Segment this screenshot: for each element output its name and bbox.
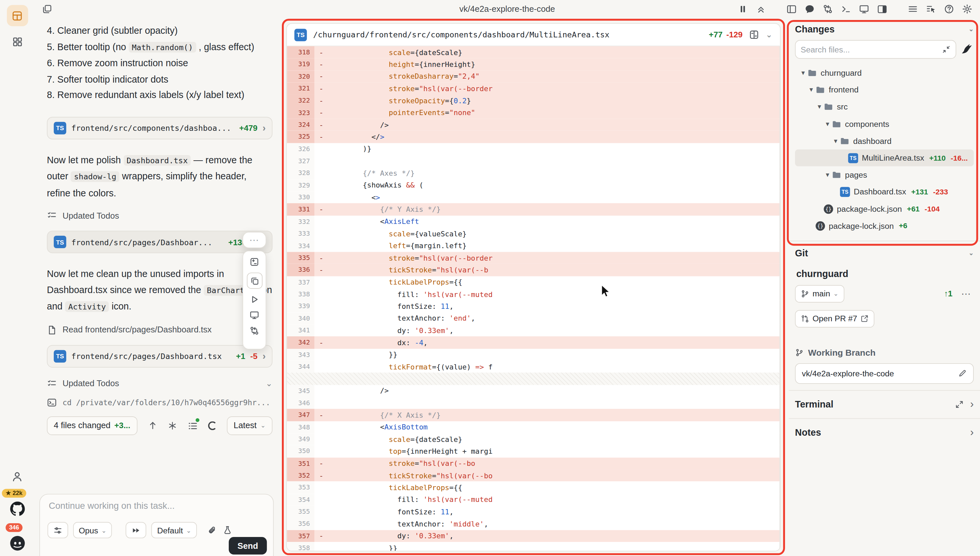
chevron-down-icon[interactable]: ⌄ — [969, 26, 974, 32]
github-icon[interactable] — [6, 498, 28, 519]
updated-todos-row[interactable]: Updated Todos — [47, 211, 272, 221]
file-search[interactable] — [795, 40, 956, 59]
settings-icon[interactable] — [962, 3, 972, 14]
collapse-up-icon[interactable] — [756, 3, 766, 14]
search-input[interactable] — [801, 45, 938, 54]
code-text: </> — [328, 133, 780, 141]
account-button[interactable] — [6, 466, 28, 488]
tree-file-package-lock.json[interactable]: {}package-lock.json+6 — [795, 217, 974, 234]
code-text: strokeDasharray="2,4" — [328, 72, 780, 81]
todo-status-icon[interactable] — [187, 420, 198, 431]
board-view-button[interactable] — [6, 31, 28, 52]
git-compare-icon[interactable] — [822, 3, 833, 14]
diff-header: TS /churnguard/frontend/src/components/d… — [287, 24, 780, 46]
flask-icon[interactable] — [223, 525, 233, 535]
file-change-chip-dashboard-components[interactable]: TS frontend/src/components/dashboa... +4… — [47, 117, 272, 139]
pull-request-icon — [801, 314, 810, 323]
bird-icon[interactable] — [961, 43, 974, 56]
workspace-grid-button[interactable] — [6, 5, 28, 26]
more-options-icon[interactable]: ⋯ — [961, 288, 972, 299]
model-select[interactable]: Opus ⌄ — [73, 522, 112, 538]
diff-row: 351- stroke="hsl(var(--bo331+ stroke="tr… — [287, 457, 780, 469]
chevron-down-icon[interactable]: ⌄ — [766, 30, 773, 40]
file-label: pages — [845, 170, 867, 179]
terminal-section-header[interactable]: Terminal › — [789, 390, 980, 418]
asterisk-icon[interactable] — [168, 420, 177, 430]
line-number: 357 — [287, 530, 314, 542]
chevron-right-icon[interactable]: › — [970, 426, 974, 439]
tree-folder-pages[interactable]: ▾pages — [795, 166, 974, 183]
line-number: 351 — [287, 457, 314, 469]
sliders-icon — [53, 525, 63, 535]
diff-line: 332 <AxisLeft — [287, 216, 780, 228]
chevron-down-icon: ▾ — [815, 103, 824, 111]
diff-row: 344 tickFormat={(value) => f324 tickForm… — [287, 360, 780, 373]
terminal-command-row[interactable]: cd /private/var/folders/10/h7w0q46556ggr… — [47, 397, 272, 407]
ahead-count[interactable]: ↑1 — [944, 289, 953, 299]
cursor-menu-icon[interactable] — [925, 3, 936, 14]
tree-folder-churnguard[interactable]: ▾churnguard — [795, 64, 974, 81]
tree-file-package-lock.json[interactable]: {}package-lock.json+61-104 — [795, 200, 974, 217]
diff-row: 343 }}323 }} — [287, 349, 780, 360]
tree-folder-components[interactable]: ▾components — [795, 115, 974, 133]
removed-count: -233 — [933, 187, 948, 196]
collapse-tree-icon[interactable] — [942, 45, 951, 54]
chip-more-menu[interactable]: ⋯ — [242, 232, 266, 248]
upload-icon[interactable] — [147, 420, 158, 430]
pause-icon[interactable] — [738, 3, 748, 14]
version-select[interactable]: Latest ⌄ — [227, 416, 273, 435]
message-input[interactable] — [49, 501, 265, 511]
notes-section-header[interactable]: Notes › — [789, 418, 980, 446]
menu-icon[interactable] — [907, 3, 918, 14]
tree-folder-dashboard[interactable]: ▾dashboard — [795, 133, 974, 149]
diff-view-toggle-icon[interactable] — [749, 29, 759, 40]
tree-file-MultiLineArea.tsx[interactable]: TSMultiLineArea.tsx+110-16... — [795, 149, 974, 166]
branch-select[interactable]: main ⌄ — [795, 285, 844, 302]
code-text: scale={valueScale} — [328, 230, 780, 238]
play-icon[interactable] — [249, 294, 260, 305]
file-change-chip-dashboard-pages[interactable]: TS frontend/src/pages/Dashboar... +130 -… — [47, 231, 272, 254]
line-number: 348 — [287, 421, 314, 433]
attachment-icon[interactable] — [207, 525, 217, 535]
line-number: 323 — [287, 107, 314, 119]
panel-left-icon[interactable] — [786, 3, 797, 14]
tree-folder-src[interactable]: ▾src — [795, 99, 974, 115]
settings-sliders-button[interactable] — [47, 522, 68, 538]
panel-right-icon[interactable] — [877, 3, 887, 14]
files-changed-button[interactable]: 4 files changed +3... — [47, 416, 137, 435]
read-file-row[interactable]: Read frontend/src/pages/Dashboard.tsx — [47, 325, 272, 335]
chevron-right-icon[interactable]: › — [970, 398, 974, 411]
chevron-down-icon[interactable]: ⌄ — [266, 379, 273, 388]
open-pr-button[interactable]: Open PR #7 — [795, 310, 874, 328]
monitor-icon[interactable] — [859, 3, 869, 14]
help-icon[interactable] — [944, 3, 954, 14]
diff-row: 320- strokeDasharray="2,4" — [287, 71, 780, 82]
monitor-icon[interactable] — [249, 310, 260, 320]
git-compare-icon[interactable] — [249, 325, 260, 336]
mode-select[interactable]: Default ⌄ — [152, 522, 197, 538]
diff-icon[interactable] — [249, 257, 260, 267]
updated-todos-row-2[interactable]: Updated Todos ⌄ — [47, 379, 272, 389]
chat-list-item: 4. Cleaner grid (subtler opacity) — [47, 23, 272, 39]
pencil-icon[interactable] — [958, 369, 967, 378]
tree-file-Dashboard.tsx[interactable]: TSDashboard.tsx+131-233 — [795, 183, 974, 200]
diff-marker: - — [314, 411, 328, 420]
working-branch-field[interactable] — [795, 363, 974, 384]
chevron-down-icon[interactable]: ⌄ — [969, 249, 974, 256]
diff-row: 322- strokeOpacity={0.2} — [287, 95, 780, 107]
discord-icon[interactable] — [6, 532, 28, 554]
send-button[interactable]: Send — [229, 537, 267, 554]
file-change-chip-dashboard[interactable]: TS frontend/src/pages/Dashboard.tsx +1 -… — [47, 345, 272, 367]
fast-forward-button[interactable] — [126, 522, 147, 538]
diff-row: 336- tickStroke="hsl(var(--b316+ tickStr… — [287, 264, 780, 276]
diff-row: 326 )}307 )} — [287, 143, 780, 155]
diff-body[interactable]: 318- scale={dateScale}319- height={inner… — [287, 46, 780, 551]
tree-folder-frontend[interactable]: ▾frontend — [795, 81, 974, 99]
copy-button[interactable] — [247, 272, 262, 289]
diff-marker: - — [314, 72, 328, 81]
chat-bubble-icon[interactable] — [804, 3, 815, 14]
expand-icon[interactable] — [955, 400, 964, 409]
working-branch-input[interactable] — [802, 369, 954, 378]
terminal-icon[interactable] — [841, 3, 851, 14]
diff-line: 355 fontSize: 11, — [287, 506, 780, 518]
